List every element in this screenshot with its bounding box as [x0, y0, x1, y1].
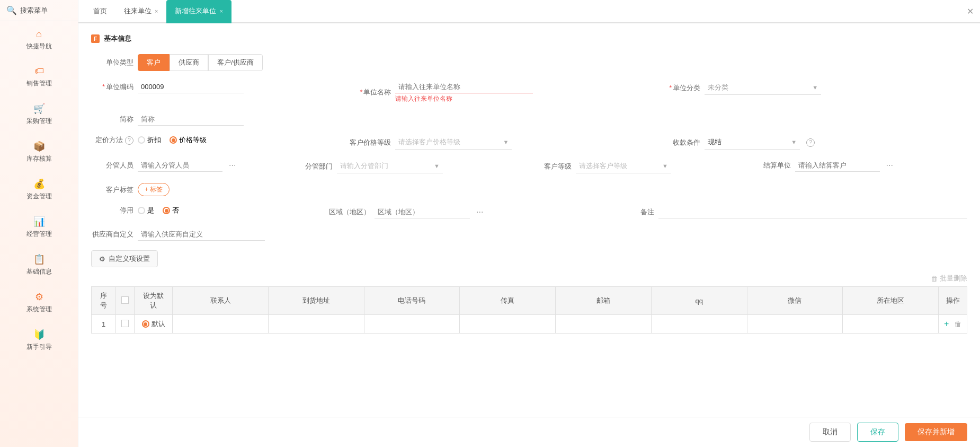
sidebar-item-sales[interactable]: 🏷 销售管理 — [0, 58, 78, 95]
customer-level-select[interactable]: 请选择客户等级 ▼ — [576, 159, 671, 173]
row-email[interactable] — [556, 315, 652, 334]
table-row: 1 默认 — [92, 315, 967, 334]
sidebar-item-newbie[interactable]: 🔰 新手引导 — [0, 321, 78, 359]
sidebar-item-label: 资金管理 — [26, 192, 52, 201]
row-email-input[interactable] — [561, 320, 646, 328]
row-check[interactable] — [116, 315, 135, 334]
row-default-radio[interactable]: 默认 — [140, 319, 167, 329]
manager-input[interactable] — [138, 159, 222, 172]
row-address[interactable] — [268, 315, 364, 334]
unit-type-customer-btn[interactable]: 客户 — [138, 54, 170, 71]
unit-name-label: *单位名称 — [349, 87, 391, 97]
main-area: 首页 往来单位 × 新增往来单位 × ✕ F 基本信息 单位类型 客户 供应商 … — [78, 0, 980, 447]
select-all-checkbox[interactable] — [121, 296, 129, 304]
row-checkbox[interactable] — [121, 320, 129, 327]
add-tag-button[interactable]: + 标签 — [138, 183, 170, 196]
sidebar-item-purchase[interactable]: 🛒 采购管理 — [0, 95, 78, 133]
sidebar-item-quick-nav[interactable]: ⌂ 快捷导航 — [0, 21, 78, 58]
section-header: F 基本信息 — [91, 34, 967, 43]
custom-settings-button[interactable]: ⚙ 自定义项设置 — [91, 250, 158, 267]
radio-price-level-circle — [170, 136, 177, 144]
unit-name-wrapper: 请输入往来单位名称 — [395, 81, 533, 103]
sidebar-item-system[interactable]: ⚙ 系统管理 — [0, 284, 78, 321]
sidebar: 🔍 搜索菜单 ⌂ 快捷导航 🏷 销售管理 🛒 采购管理 📦 库存核算 💰 资金管… — [0, 0, 78, 447]
row-phone-input[interactable] — [370, 320, 455, 328]
unit-type-supplier-btn[interactable]: 供应商 — [170, 54, 208, 71]
settlement-unit-input[interactable] — [795, 159, 880, 172]
sidebar-item-inventory[interactable]: 📦 库存核算 — [0, 133, 78, 171]
row-wechat-input[interactable] — [753, 320, 838, 328]
sidebar-item-label: 基础信息 — [26, 267, 52, 276]
batch-delete-area: 🗑 批量删除 — [91, 274, 967, 283]
radio-discount-circle — [138, 136, 145, 144]
global-close-button[interactable]: ✕ — [967, 6, 974, 16]
save-new-button[interactable]: 保存并新增 — [905, 423, 967, 441]
customer-price-level-select[interactable]: 请选择客户价格等级 ▼ — [395, 135, 512, 150]
tab-home[interactable]: 首页 — [85, 0, 115, 23]
department-select[interactable]: 请输入分管部门 ▼ — [337, 159, 443, 173]
customer-tag-field: 客户标签 + 标签 — [91, 183, 967, 196]
batch-delete-icon: 🗑 — [931, 275, 938, 283]
row-qq[interactable] — [651, 315, 747, 334]
newbie-icon: 🔰 — [33, 329, 45, 340]
pricing-method-label: 定价方法 ? — [91, 135, 133, 145]
customer-level-label: 客户等级 — [529, 162, 572, 171]
section-title: 基本信息 — [104, 34, 131, 43]
row-region-input[interactable] — [848, 320, 933, 328]
row-phone[interactable] — [364, 315, 460, 334]
unit-category-select[interactable]: 未分类 ▼ — [705, 81, 821, 95]
payment-help-icon[interactable]: ? — [806, 138, 815, 147]
content-area: F 基本信息 单位类型 客户 供应商 客户/供应商 *单位编码 — [78, 23, 980, 417]
manager-more-icon[interactable]: ··· — [227, 161, 238, 170]
row-wechat[interactable] — [747, 315, 843, 334]
unit-name-input[interactable] — [395, 81, 533, 93]
radio-price-level[interactable]: 价格等级 — [170, 135, 207, 145]
radio-yes[interactable]: 是 — [138, 206, 154, 215]
row-fax[interactable] — [460, 315, 556, 334]
sidebar-item-operations[interactable]: 📊 经营管理 — [0, 208, 78, 246]
row-fax-input[interactable] — [465, 320, 550, 328]
radio-no[interactable]: 否 — [163, 206, 179, 215]
save-button[interactable]: 保存 — [857, 423, 898, 442]
radio-discount[interactable]: 折扣 — [138, 135, 161, 145]
row-contact[interactable] — [173, 315, 269, 334]
tab-new-partner[interactable]: 新增往来单位 × — [166, 0, 231, 23]
remark-label: 备注 — [612, 207, 654, 217]
tab-new-partner-label: 新增往来单位 — [175, 6, 216, 16]
tab-partners[interactable]: 往来单位 × — [115, 0, 166, 23]
row-add-icon[interactable]: + — [944, 319, 949, 328]
unit-type-row: 单位类型 客户 供应商 客户/供应商 — [91, 54, 967, 71]
row-region[interactable] — [843, 315, 939, 334]
tab-partners-close[interactable]: × — [155, 8, 158, 14]
row-qq-input[interactable] — [657, 320, 742, 328]
shortname-input[interactable] — [138, 113, 244, 126]
chevron-down-icon: ▼ — [503, 139, 509, 145]
tab-new-partner-close[interactable]: × — [219, 8, 222, 14]
tab-bar: 首页 往来单位 × 新增往来单位 × ✕ — [78, 0, 980, 23]
unit-code-input[interactable] — [138, 81, 244, 93]
supplier-custom-input[interactable] — [138, 228, 265, 241]
row-address-input[interactable] — [274, 320, 359, 328]
unit-type-group: 客户 供应商 客户/供应商 — [138, 54, 263, 71]
region-input[interactable] — [375, 206, 470, 218]
settlement-unit-label: 结算单位 — [749, 161, 791, 170]
row-default: 默认 — [135, 315, 173, 334]
batch-delete-label[interactable]: 批量删除 — [940, 274, 967, 283]
settlement-more-icon[interactable]: ··· — [884, 161, 895, 170]
cancel-button[interactable]: 取消 — [809, 423, 851, 442]
col-default: 设为默认 — [135, 287, 173, 315]
col-action: 操作 — [939, 287, 967, 315]
unit-type-both-btn[interactable]: 客户/供应商 — [208, 54, 263, 71]
remark-input[interactable] — [658, 206, 967, 218]
sidebar-item-basic[interactable]: 📋 基础信息 — [0, 246, 78, 284]
payment-terms-select[interactable]: 现结 ▼ — [705, 135, 800, 150]
sidebar-item-finance[interactable]: 💰 资金管理 — [0, 171, 78, 208]
region-more-icon[interactable]: ··· — [474, 207, 485, 217]
region-label: 区域（地区） — [328, 207, 370, 217]
row-delete-icon[interactable]: 🗑 — [954, 320, 961, 328]
pricing-help-icon[interactable]: ? — [125, 136, 133, 145]
row-contact-input[interactable] — [178, 320, 263, 328]
sidebar-search[interactable]: 🔍 搜索菜单 — [0, 0, 78, 21]
customer-level-value: 请选择客户等级 — [579, 161, 660, 171]
customer-level-field: 客户等级 请选择客户等级 ▼ — [529, 159, 749, 173]
